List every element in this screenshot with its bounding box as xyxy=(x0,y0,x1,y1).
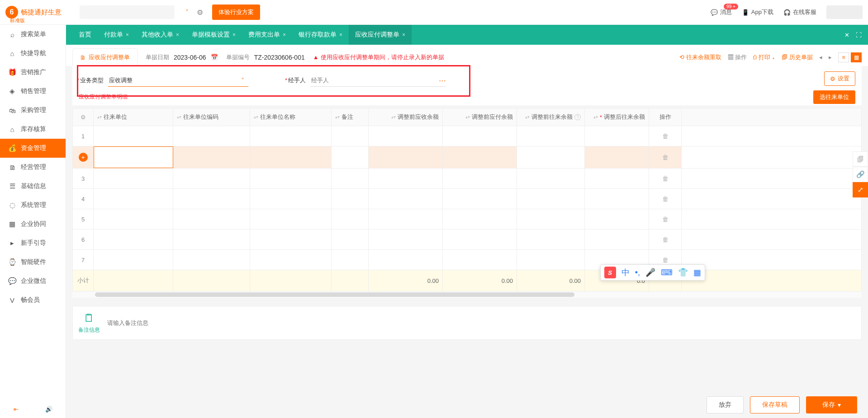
cell-a1[interactable] xyxy=(369,230,443,249)
select-unit-button[interactable]: 选往来单位 xyxy=(813,90,855,104)
tab-1[interactable]: 付款单× xyxy=(98,25,135,45)
cell-a3[interactable] xyxy=(517,250,585,270)
cell-a3[interactable] xyxy=(517,146,585,168)
col-a2[interactable]: 调整前应付余额 xyxy=(472,113,513,121)
chevron-down-icon[interactable]: ˅ xyxy=(241,77,244,84)
print-link[interactable]: ⎙ 打印 ▾ xyxy=(753,53,775,61)
col-name[interactable]: 往来单位名称 xyxy=(260,113,295,121)
cell-name[interactable] xyxy=(250,146,332,168)
sidebar-item-8[interactable]: ☰基础信息 xyxy=(0,177,66,196)
close-icon[interactable]: × xyxy=(232,32,236,38)
cell-a2[interactable] xyxy=(443,189,517,209)
view-list-button[interactable]: ≡ xyxy=(838,52,849,62)
sidebar-item-4[interactable]: 🛍采购管理 xyxy=(0,101,66,120)
cell-name[interactable] xyxy=(250,209,332,229)
discard-button[interactable]: 放弃 xyxy=(707,396,744,413)
tab-6[interactable]: 应收应付调整单× xyxy=(349,25,412,45)
cell-unit[interactable] xyxy=(94,126,173,146)
cell-a4[interactable] xyxy=(585,189,649,209)
grid-config-icon[interactable]: ⚙ xyxy=(73,108,94,126)
document-title-tab[interactable]: 🗎 应收应付调整单 xyxy=(72,48,138,66)
close-icon[interactable]: × xyxy=(126,32,129,38)
sidebar-item-2[interactable]: 🎁营销推广 xyxy=(0,63,66,82)
sidebar-item-12[interactable]: ⌚智能硬件 xyxy=(0,253,66,272)
cell-code[interactable] xyxy=(173,146,250,168)
table-row[interactable]: 3🗑 xyxy=(73,169,861,189)
cell-remark[interactable] xyxy=(332,209,369,229)
table-row[interactable]: +🗑 xyxy=(73,146,861,169)
cell-a1[interactable] xyxy=(369,126,443,146)
col-a4[interactable]: 调整后往来余额 xyxy=(604,113,645,121)
cell-a2[interactable] xyxy=(443,126,517,146)
cell-code[interactable] xyxy=(173,126,250,146)
sidebar-item-11[interactable]: ▸新手引导 xyxy=(0,234,66,253)
cell-a4[interactable] xyxy=(585,169,649,188)
company-selector[interactable] xyxy=(80,5,175,19)
messages-link[interactable]: 💬 消息 99 + xyxy=(711,8,732,16)
chevron-down-icon[interactable]: ˅ xyxy=(185,9,189,16)
trash-icon[interactable]: 🗑 xyxy=(662,154,669,161)
sidebar-item-3[interactable]: ◈销售管理 xyxy=(0,82,66,101)
close-icon[interactable]: × xyxy=(339,32,342,38)
close-icon[interactable]: × xyxy=(283,32,286,38)
close-icon[interactable]: × xyxy=(402,32,405,38)
trash-icon[interactable]: 🗑 xyxy=(662,216,669,223)
calendar-icon[interactable]: 📅 xyxy=(211,54,218,61)
tab-4[interactable]: 费用支出单× xyxy=(242,25,292,45)
trash-icon[interactable]: 🗑 xyxy=(662,256,669,263)
col-a1[interactable]: 调整前应收余额 xyxy=(398,113,439,121)
cell-a4[interactable] xyxy=(585,209,649,229)
gear-icon[interactable]: ⚙ xyxy=(197,8,203,17)
cell-a4[interactable] xyxy=(585,126,649,146)
cell-name[interactable] xyxy=(250,230,332,249)
settings-button[interactable]: ⚙设置 xyxy=(824,71,855,86)
trash-icon[interactable]: 🗑 xyxy=(662,195,669,202)
sound-icon[interactable]: 🔊 xyxy=(45,406,52,413)
sidebar-item-5[interactable]: ⌂库存核算 xyxy=(0,120,66,139)
collapse-icon[interactable]: ⇤ xyxy=(14,406,19,413)
trash-icon[interactable]: 🗑 xyxy=(662,132,669,140)
sidebar-item-0[interactable]: ⌕搜索菜单 xyxy=(0,25,66,44)
cell-remark[interactable] xyxy=(332,126,369,146)
online-service-link[interactable]: 🎧 在线客服 xyxy=(783,8,816,16)
ime-skin-icon[interactable]: 👕 xyxy=(678,268,688,277)
cell-a3[interactable] xyxy=(517,230,585,249)
sidebar-item-9[interactable]: ◌系统管理 xyxy=(0,196,66,215)
cell-name[interactable] xyxy=(250,169,332,188)
table-row[interactable]: 1🗑 xyxy=(73,126,861,146)
cell-remark[interactable] xyxy=(332,250,369,270)
history-link[interactable]: 🗐 历史单据 xyxy=(782,53,813,61)
app-download-link[interactable]: 📱 App下载 xyxy=(742,8,773,16)
prev-icon[interactable]: ◂ xyxy=(819,54,822,61)
table-row[interactable]: 6🗑 xyxy=(73,230,861,250)
user-avatar[interactable] xyxy=(826,5,863,19)
cell-unit[interactable] xyxy=(94,146,173,168)
sidebar-item-14[interactable]: V畅会员 xyxy=(0,291,66,310)
col-a3[interactable]: 调整前往来余额 xyxy=(531,113,573,121)
cell-unit[interactable] xyxy=(94,209,173,229)
cell-a2[interactable] xyxy=(443,146,517,168)
trash-icon[interactable]: 🗑 xyxy=(662,236,669,243)
save-button[interactable]: 保存▾ xyxy=(806,396,857,413)
trash-icon[interactable]: 🗑 xyxy=(662,175,669,182)
tab-0[interactable]: 首页 xyxy=(72,25,98,45)
close-icon[interactable]: × xyxy=(176,32,179,38)
cell-a4[interactable] xyxy=(585,146,649,168)
tab-5[interactable]: 银行存取款单× xyxy=(292,25,349,45)
cell-code[interactable] xyxy=(173,189,250,209)
cell-remark[interactable] xyxy=(332,230,369,249)
cell-a1[interactable] xyxy=(369,209,443,229)
more-icon[interactable]: ⋯ xyxy=(439,76,447,85)
operate-link[interactable]: ☰ 操作 xyxy=(728,53,747,61)
regen-balance-link[interactable]: ⟲ 往来余额重取 xyxy=(679,53,721,61)
col-remark[interactable]: 备注 xyxy=(342,113,353,121)
cell-a1[interactable] xyxy=(369,250,443,270)
ime-toolbar[interactable]: S 中 •, 🎤 ⌨ 👕 ▦ xyxy=(600,264,705,281)
table-row[interactable]: 7🗑 xyxy=(73,250,861,270)
cell-a2[interactable] xyxy=(443,169,517,188)
cell-code[interactable] xyxy=(173,209,250,229)
next-icon[interactable]: ▸ xyxy=(829,54,832,61)
cell-name[interactable] xyxy=(250,189,332,209)
sidebar-item-7[interactable]: 🗎经营管理 xyxy=(0,158,66,177)
cell-name[interactable] xyxy=(250,126,332,146)
